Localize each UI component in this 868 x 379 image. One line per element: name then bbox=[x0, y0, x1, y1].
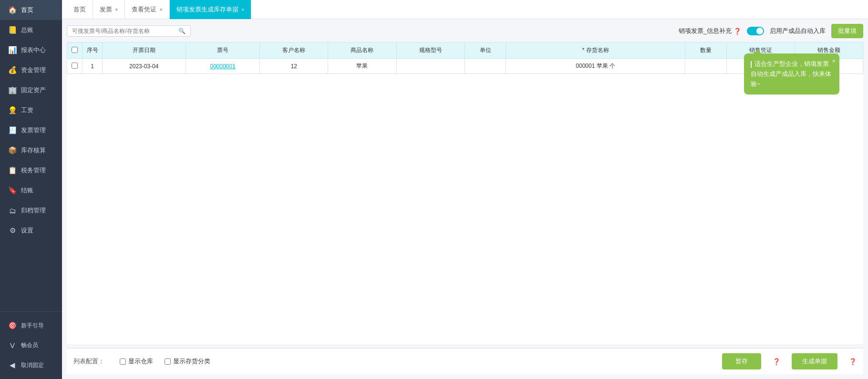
sidebar-item-label: 设置 bbox=[21, 226, 33, 235]
row-date: 2023-03-04 bbox=[103, 59, 186, 74]
sidebar-item-label: 结账 bbox=[21, 186, 33, 195]
inventory-icon: 📦 bbox=[8, 146, 17, 155]
tooltip-text: 适合生产型企业，销项发票自动生成产成品入库，快来体验~ bbox=[751, 60, 831, 87]
show-category-checkbox[interactable]: 显示存货分类 bbox=[165, 357, 210, 366]
tab-voucher-close[interactable]: × bbox=[159, 7, 162, 12]
sidebar-item-member[interactable]: V 畅会员 bbox=[0, 336, 62, 355]
member-icon: V bbox=[8, 341, 17, 349]
show-warehouse-label: 显示仓库 bbox=[128, 357, 153, 366]
row-spec bbox=[396, 59, 465, 74]
col-unit: 单位 bbox=[465, 42, 506, 59]
batch-button[interactable]: 批量填 bbox=[831, 24, 863, 38]
row-inventory: 000001 苹果 个 bbox=[506, 59, 685, 74]
sidebar-item-label: 首页 bbox=[21, 6, 33, 14]
info-text: 销项发票_信息补充 bbox=[679, 27, 732, 35]
config-label: 列表配置： bbox=[73, 357, 104, 366]
tab-invoice-close[interactable]: × bbox=[115, 7, 118, 12]
sidebar-item-label: 发票管理 bbox=[21, 126, 46, 135]
toggle-switch[interactable] bbox=[747, 27, 764, 35]
guide-icon: 🎯 bbox=[8, 321, 17, 330]
report-icon: 📊 bbox=[8, 46, 17, 54]
tooltip-close-button[interactable]: × bbox=[832, 56, 836, 66]
col-customer: 客户名称 bbox=[260, 42, 328, 59]
sidebar-item-inventory[interactable]: 📦 库存核算 bbox=[0, 140, 62, 160]
col-invoice-no: 票号 bbox=[186, 42, 260, 59]
search-icon[interactable]: 🔍 bbox=[178, 28, 186, 34]
sidebar-item-label: 固定资产 bbox=[21, 86, 46, 95]
assets-icon: 🏢 bbox=[8, 86, 17, 95]
sidebar-bottom: 🎯 新手引导 V 畅会员 ◀ 取消固定 bbox=[0, 311, 62, 379]
tab-active-close[interactable]: × bbox=[241, 7, 244, 12]
tab-voucher[interactable]: 查看凭证 × bbox=[125, 0, 169, 19]
sidebar-item-ledger[interactable]: 📒 总账 bbox=[0, 20, 62, 40]
sidebar-item-label: 畅会员 bbox=[21, 341, 38, 349]
bottom-bar: 列表配置： 显示仓库 显示存货分类 暂存 ❓ 生成单据 ❓ bbox=[67, 348, 863, 374]
settle-icon: 🔖 bbox=[8, 186, 17, 195]
funds-icon: 💰 bbox=[8, 66, 17, 74]
tab-invoice-label: 发票 bbox=[100, 5, 112, 14]
row-product: 苹果 bbox=[328, 59, 396, 74]
sidebar-item-invoice-mgmt[interactable]: 🧾 发票管理 bbox=[0, 120, 62, 140]
toggle-label: 启用产成品自动入库 bbox=[770, 27, 826, 35]
tab-voucher-label: 查看凭证 bbox=[132, 5, 156, 14]
search-input[interactable] bbox=[72, 28, 176, 34]
sidebar-item-settings[interactable]: ⚙ 设置 bbox=[0, 221, 62, 241]
sidebar-item-report[interactable]: 📊 报表中心 bbox=[0, 40, 62, 60]
content-area: 🔍 销项发票_信息补充 ❓ 启用产成品自动入库 批量填 bbox=[62, 19, 868, 379]
tab-active[interactable]: 销项发票生成库存单据 × bbox=[170, 0, 251, 19]
select-all-checkbox[interactable] bbox=[72, 47, 78, 53]
info-label: 销项发票_信息补充 ❓ bbox=[679, 27, 741, 35]
tab-home[interactable]: 首页 bbox=[67, 0, 93, 19]
generate-help-icon: ❓ bbox=[849, 358, 857, 365]
sidebar-item-label: 总账 bbox=[21, 26, 33, 34]
sidebar-item-funds[interactable]: 💰 资金管理 bbox=[0, 60, 62, 80]
sidebar-item-label: 库存核算 bbox=[21, 146, 46, 155]
settings-icon: ⚙ bbox=[8, 226, 17, 235]
col-quantity: 数量 bbox=[685, 42, 726, 59]
tax-icon: 📋 bbox=[8, 166, 17, 175]
sidebar-item-label: 报表中心 bbox=[21, 46, 46, 54]
show-warehouse-input[interactable] bbox=[120, 358, 126, 365]
row-invoice-no[interactable]: 00000001 bbox=[186, 59, 260, 74]
tab-invoice[interactable]: 发票 × bbox=[93, 0, 125, 19]
row-checkbox[interactable] bbox=[72, 63, 78, 69]
sidebar-pin-label: 取消固定 bbox=[21, 361, 44, 369]
sidebar: 🏠 首页 📒 总账 📊 报表中心 💰 资金管理 🏢 固定资产 👷 工资 🧾 发票… bbox=[0, 0, 62, 379]
row-unit bbox=[465, 59, 506, 74]
pin-icon: ◀ bbox=[8, 361, 17, 369]
tooltip-bubble: 适合生产型企业，销项发票自动生成产成品入库，快来体验~ × bbox=[744, 53, 839, 95]
toolbar-row: 🔍 销项发票_信息补充 ❓ 启用产成品自动入库 批量填 bbox=[67, 24, 863, 38]
show-category-input[interactable] bbox=[165, 358, 171, 365]
salary-icon: 👷 bbox=[8, 106, 17, 115]
sidebar-item-archive[interactable]: 🗂 归档管理 bbox=[0, 200, 62, 221]
sidebar-item-home[interactable]: 🏠 首页 bbox=[0, 0, 62, 20]
col-seq: 序号 bbox=[83, 42, 103, 59]
sidebar-item-settle[interactable]: 🔖 结账 bbox=[0, 180, 62, 200]
sidebar-item-tax[interactable]: 📋 税务管理 bbox=[0, 160, 62, 180]
save-button[interactable]: 暂存 bbox=[722, 353, 761, 369]
sidebar-item-guide[interactable]: 🎯 新手引导 bbox=[0, 316, 62, 336]
tooltip-cursor bbox=[751, 61, 752, 68]
sidebar-item-pin[interactable]: ◀ 取消固定 bbox=[0, 355, 62, 375]
home-icon: 🏠 bbox=[8, 6, 17, 14]
col-inventory: * 存货名称 bbox=[506, 42, 685, 59]
row-seq: 1 bbox=[83, 59, 103, 74]
col-checkbox bbox=[67, 42, 83, 59]
generate-button[interactable]: 生成单据 bbox=[792, 353, 837, 369]
info-help-icon[interactable]: ❓ bbox=[734, 28, 741, 35]
sidebar-item-label: 新手引导 bbox=[21, 322, 44, 330]
sidebar-item-salary[interactable]: 👷 工资 bbox=[0, 100, 62, 120]
sidebar-item-label: 工资 bbox=[21, 106, 33, 115]
tab-home-label: 首页 bbox=[73, 5, 86, 14]
sidebar-item-assets[interactable]: 🏢 固定资产 bbox=[0, 80, 62, 100]
save-help-icon: ❓ bbox=[773, 358, 780, 365]
table-header-row: 序号 开票日期 票号 客户名称 商品名称 bbox=[67, 42, 863, 59]
sidebar-item-label: 资金管理 bbox=[21, 66, 46, 74]
search-box[interactable]: 🔍 bbox=[67, 25, 191, 37]
show-warehouse-checkbox[interactable]: 显示仓库 bbox=[120, 357, 153, 366]
invoice-icon: 🧾 bbox=[8, 126, 17, 135]
row-quantity bbox=[685, 59, 726, 74]
row-checkbox-cell bbox=[67, 59, 83, 74]
col-date: 开票日期 bbox=[103, 42, 186, 59]
sidebar-item-label: 归档管理 bbox=[21, 206, 46, 215]
